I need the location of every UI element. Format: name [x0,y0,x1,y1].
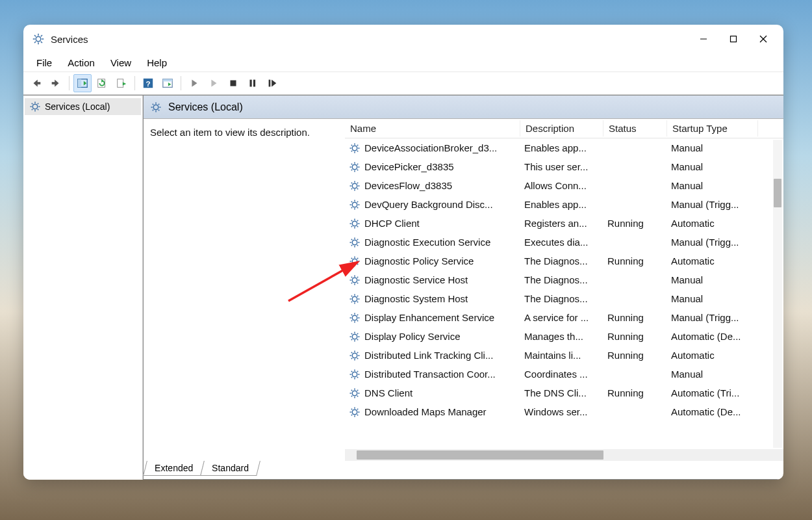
start-service-button-2[interactable] [205,74,223,92]
cell-description: Manages th... [520,330,603,343]
tab-standard[interactable]: Standard [200,461,260,476]
tab-extended[interactable]: Extended [143,461,205,476]
svg-line-87 [357,201,359,202]
cell-status [603,203,667,206]
svg-line-130 [357,301,359,302]
hscroll-thumb[interactable] [357,450,603,460]
pause-service-button[interactable] [244,74,262,92]
cell-description: Windows ser... [520,405,603,419]
svg-rect-10 [731,36,737,42]
menu-file[interactable]: File [29,55,60,71]
menu-view[interactable]: View [103,55,139,71]
service-gear-icon [349,255,361,267]
column-name[interactable]: Name [345,120,520,136]
service-row[interactable]: Downloaded Maps ManagerWindows ser...Aut… [345,402,783,421]
service-name-text: DevQuery Background Disc... [364,199,493,210]
service-row[interactable]: Display Policy ServiceManages th...Runni… [345,327,783,346]
service-gear-icon [349,161,361,173]
svg-line-78 [357,182,359,183]
forward-button[interactable] [47,74,65,92]
gear-icon [29,101,41,112]
service-row[interactable]: Distributed Transaction Coor...Coordinat… [345,365,783,384]
detail-header: Services (Local) [144,96,783,119]
svg-line-95 [351,226,353,227]
column-startup[interactable]: Startup Type [667,120,758,136]
cell-description: The Diagnos... [520,292,603,306]
service-row[interactable]: DevQuery Background Disc...Enables app..… [345,195,783,214]
service-gear-icon [349,199,361,211]
service-row[interactable]: DHCP ClientRegisters an...RunningAutomat… [345,214,783,233]
cell-name: DevQuery Background Disc... [345,198,520,212]
maximize-button[interactable] [718,27,748,51]
start-service-button[interactable] [185,74,203,92]
back-button[interactable] [27,74,45,92]
refresh-button[interactable] [93,74,111,92]
cell-name: DHCP Client [345,216,520,231]
menu-action[interactable]: Action [60,55,103,71]
services-app-icon [32,33,44,45]
svg-rect-30 [250,80,252,87]
cell-status [603,147,667,150]
vertical-scrollbar[interactable] [773,140,782,448]
help-button[interactable]: ? [139,74,157,92]
tree-pane[interactable]: Services (Local) [23,96,143,480]
gear-icon [150,101,162,113]
svg-line-85 [357,207,359,208]
close-button[interactable] [748,27,778,51]
cell-startup: Automatic [667,254,758,268]
cell-name: Diagnostic Service Host [345,273,520,287]
titlebar: Services [23,25,783,53]
service-name-text: Display Enhancement Service [364,312,494,323]
service-gear-icon [349,331,361,343]
svg-point-115 [352,278,357,283]
svg-marker-21 [123,82,126,85]
list-rows[interactable]: DeviceAssociationBroker_d3...Enables app… [345,138,783,449]
service-row[interactable]: Diagnostic System HostThe Diagnos...Manu… [345,289,783,308]
tree-root-item[interactable]: Services (Local) [25,98,141,115]
cell-startup: Automatic (De... [667,405,758,419]
service-row[interactable]: Distributed Link Tracking Cli...Maintain… [345,346,783,365]
show-hide-tree-button[interactable] [73,74,92,92]
properties-button[interactable] [159,74,177,92]
service-row[interactable]: Diagnostic Execution ServiceExecutes dia… [345,233,783,252]
svg-line-175 [357,395,359,396]
service-row[interactable]: Diagnostic Policy ServiceThe Diagnos...R… [345,252,783,270]
svg-point-52 [352,146,357,151]
export-list-button[interactable] [112,74,131,92]
minimize-button[interactable] [689,27,718,51]
svg-line-51 [159,103,160,105]
service-row[interactable]: DevicesFlow_d3835Allows Conn...Manual [345,176,783,195]
stop-service-button[interactable] [224,74,242,92]
service-row[interactable]: DevicePicker_d3835This user ser...Manual [345,157,783,176]
cell-description: Maintains li... [520,348,603,362]
service-name-text: Diagnostic System Host [364,293,468,304]
svg-line-114 [357,257,359,259]
cell-startup: Manual (Trigg... [667,311,758,324]
svg-line-140 [351,320,353,321]
service-row[interactable]: Diagnostic Service HostThe Diagnos...Man… [345,270,783,289]
svg-rect-14 [52,82,55,84]
vscroll-thumb[interactable] [774,179,781,207]
svg-line-168 [357,370,359,372]
service-row[interactable]: Display Enhancement ServiceA service for… [345,308,783,327]
restart-service-button[interactable] [263,74,281,92]
svg-line-150 [357,333,359,334]
service-gear-icon [349,369,361,380]
svg-point-34 [32,104,38,109]
menubar: File Action View Help [23,53,783,72]
service-gear-icon [349,142,361,154]
svg-line-96 [357,220,359,221]
svg-line-183 [351,408,353,410]
cell-status [603,185,667,187]
horizontal-scrollbar[interactable] [345,449,783,461]
svg-line-174 [351,389,353,391]
service-row[interactable]: DeviceAssociationBroker_d3...Enables app… [345,138,783,157]
cell-name: Diagnostic Policy Service [345,254,520,268]
service-row[interactable]: DNS ClientThe DNS Cli...RunningAutomatic… [345,384,783,402]
menu-help[interactable]: Help [139,55,175,71]
svg-point-106 [352,259,357,264]
cell-status: Running [603,348,667,362]
column-status[interactable]: Status [603,120,667,136]
column-description[interactable]: Description [520,120,603,136]
cell-status [603,241,667,244]
